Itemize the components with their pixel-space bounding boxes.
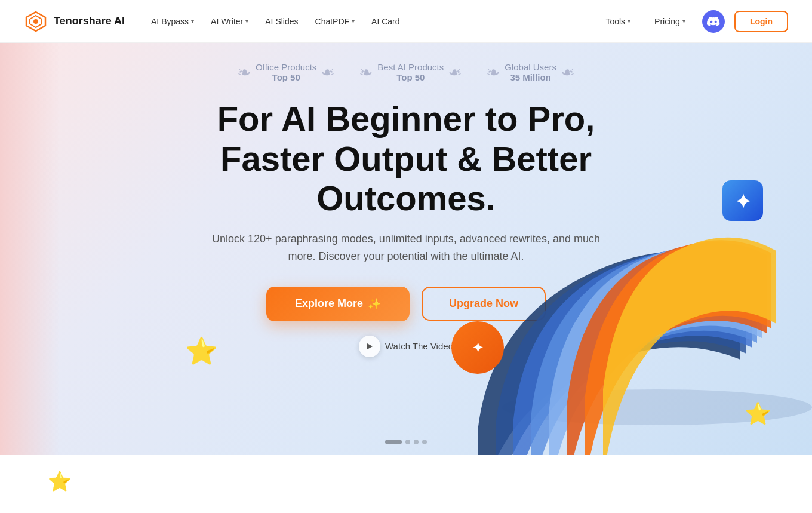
- logo-area[interactable]: Tenorshare AI: [24, 10, 125, 33]
- chevron-down-icon: ▾: [191, 18, 194, 24]
- discord-button[interactable]: [702, 10, 725, 33]
- laurel-right-icon: ❧: [321, 63, 335, 82]
- chevron-down-icon: ▾: [682, 18, 685, 24]
- laurel-right-icon: ❧: [561, 63, 575, 82]
- nav-item-chatpdf[interactable]: ChatPDF ▾: [308, 12, 362, 31]
- svg-text:✦: ✦: [472, 340, 483, 355]
- carousel-dot-2[interactable]: [405, 440, 410, 444]
- hero-section: ❧ Office Products Top 50 ❧ ❧ Best AI Pro…: [0, 43, 812, 455]
- navbar-right: Tools ▾ Pricing ▾ Login: [598, 10, 788, 33]
- chevron-down-icon: ▾: [245, 18, 248, 24]
- nav-item-tools[interactable]: Tools ▾: [598, 12, 638, 31]
- logo-icon: [24, 10, 48, 33]
- brand-name: Tenorshare AI: [54, 15, 125, 27]
- carousel-dot-1[interactable]: [385, 440, 402, 444]
- carousel-dot-4[interactable]: [422, 440, 427, 444]
- svg-point-2: [33, 19, 38, 24]
- laurel-left-icon: ❧: [237, 63, 251, 82]
- nav-item-ai-slides[interactable]: AI Slides: [258, 12, 305, 31]
- nav-links: AI Bypass ▾ AI Writer ▾ AI Slides ChatPD…: [144, 12, 407, 31]
- nav-item-ai-bypass[interactable]: AI Bypass ▾: [144, 12, 201, 31]
- badge-office-products: ❧ Office Products Top 50 ❧: [237, 62, 335, 82]
- star-decoration-2: ⭐: [745, 401, 771, 426]
- laurel-right-icon: ❧: [448, 63, 462, 82]
- badge-best-ai-products: ❧ Best AI Products Top 50 ❧: [359, 62, 462, 82]
- laurel-left-icon: ❧: [359, 63, 373, 82]
- below-hero-section: ⭐: [0, 455, 812, 507]
- chevron-down-icon: ▾: [628, 18, 630, 24]
- badge-global-users: ❧ Global Users 35 Million ❧: [486, 62, 575, 82]
- badges-row: ❧ Office Products Top 50 ❧ ❧ Best AI Pro…: [237, 62, 575, 82]
- laurel-left-icon: ❧: [486, 63, 500, 82]
- carousel-dots: [385, 440, 427, 444]
- hero-visual: ✦ ✦: [358, 156, 812, 455]
- chevron-down-icon: ▾: [352, 18, 355, 24]
- nav-item-pricing[interactable]: Pricing ▾: [647, 12, 693, 31]
- navbar-left: Tenorshare AI AI Bypass ▾ AI Writer ▾ AI…: [24, 10, 407, 33]
- nav-item-ai-writer[interactable]: AI Writer ▾: [204, 12, 256, 31]
- login-button[interactable]: Login: [734, 11, 788, 32]
- nav-item-ai-card[interactable]: AI Card: [364, 12, 407, 31]
- star-icon-below: ⭐: [48, 470, 72, 493]
- carousel-dot-3[interactable]: [414, 440, 419, 444]
- navbar: Tenorshare AI AI Bypass ▾ AI Writer ▾ AI…: [0, 0, 812, 43]
- discord-icon: [707, 17, 720, 26]
- svg-text:✦: ✦: [735, 191, 751, 213]
- star-decoration: ⭐: [185, 336, 218, 367]
